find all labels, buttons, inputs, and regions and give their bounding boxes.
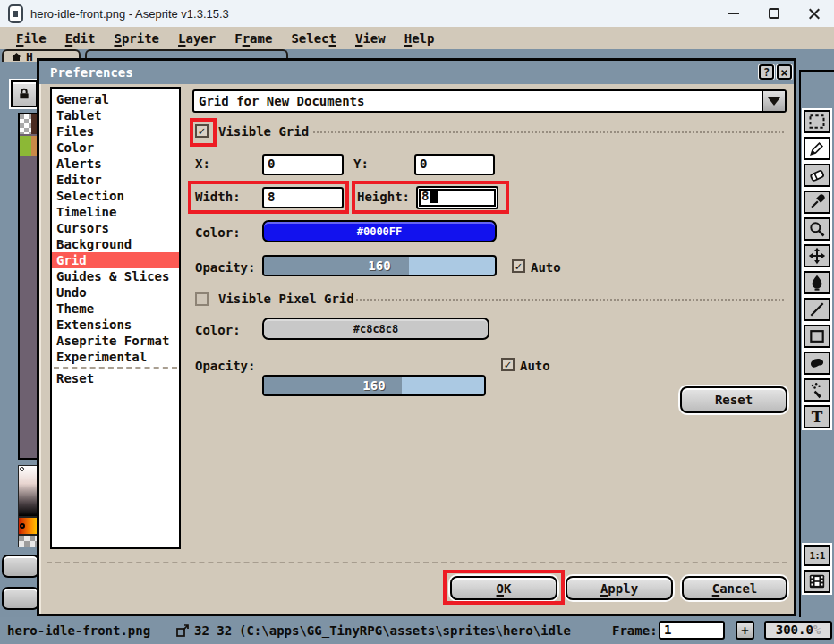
transparent-swatch[interactable]	[20, 114, 31, 134]
move-tool-button[interactable]	[802, 242, 832, 269]
preferences-title-bar[interactable]: Preferences ? ×	[39, 61, 794, 84]
pixel-opacity-slider[interactable]: 160	[262, 375, 486, 396]
visible-grid-checkbox[interactable]: ✓	[195, 124, 208, 138]
sidebar-item-cursors[interactable]: Cursors	[52, 220, 179, 236]
dialog-title: Preferences	[50, 65, 133, 80]
menu-edit[interactable]: Edit	[56, 30, 106, 47]
orange-swatch[interactable]	[31, 136, 38, 156]
menu-file[interactable]: File	[7, 30, 56, 47]
tab-home[interactable]: H	[2, 49, 81, 62]
sidebar-item-guides-slices[interactable]: Guides & Slices	[52, 268, 179, 284]
pixel-opacity-auto-checkbox[interactable]: ✓	[501, 358, 515, 371]
lock-button[interactable]	[11, 80, 38, 107]
sidebar-item-background[interactable]: Background	[52, 236, 179, 252]
paint-bucket-icon	[808, 274, 826, 292]
help-icon: ?	[763, 67, 770, 78]
spray-icon	[808, 381, 826, 399]
blur-blob-icon	[808, 354, 826, 372]
sidebar-item-general[interactable]: General	[52, 91, 179, 107]
reset-button[interactable]: Reset	[680, 386, 787, 413]
green-swatch[interactable]	[20, 136, 31, 156]
grid-width-field[interactable]: 8	[262, 187, 344, 208]
menu-sprite[interactable]: Sprite	[105, 30, 169, 47]
sidebar-item-color[interactable]: Color	[52, 140, 179, 156]
cancel-button[interactable]: Cancel	[682, 576, 787, 600]
sidebar-item-alerts[interactable]: Alerts	[52, 156, 179, 172]
sidebar-item-aseprite-format[interactable]: Aseprite Format	[52, 333, 179, 349]
frame-number-field[interactable]: 1	[659, 621, 725, 640]
magnifier-icon	[808, 220, 826, 238]
timeline-button[interactable]	[802, 568, 832, 595]
sidebar-item-reset[interactable]: Reset	[52, 370, 179, 386]
sidebar-item-extensions[interactable]: Extensions	[52, 317, 179, 333]
zoom-tool-button[interactable]	[802, 216, 832, 242]
sidebar-item-editor[interactable]: Editor	[52, 172, 179, 188]
menu-layer[interactable]: Layer	[169, 30, 226, 47]
rectangular-marquee-tool-button[interactable]	[802, 108, 832, 135]
eraser-tool-button[interactable]	[802, 162, 832, 189]
window-title: hero-idle-front.png - Aseprite v1.3.15.3	[30, 7, 229, 21]
hue-slider[interactable]	[18, 517, 40, 535]
zoom-1-1-button[interactable]: 1:1	[802, 543, 832, 568]
sidebar-item-tablet[interactable]: Tablet	[52, 107, 179, 123]
grid-scope-dropdown[interactable]: Grid for New Documents	[192, 89, 787, 113]
tab-home-label: H	[26, 50, 33, 63]
zoom-level-field[interactable]: 300.0%	[764, 621, 832, 640]
blur-tool-button[interactable]	[802, 350, 832, 377]
menu-help[interactable]: Help	[396, 30, 445, 47]
left-panel-button-1[interactable]	[2, 555, 39, 578]
tab-active-document[interactable]	[85, 49, 288, 62]
grid-color-button[interactable]: #0000FF	[262, 220, 497, 242]
sprite-size-icon	[175, 623, 190, 638]
menu-frame[interactable]: Frame	[226, 30, 282, 47]
dialog-help-button[interactable]: ?	[759, 64, 774, 80]
pixel-color-button[interactable]: #c8c8c8	[262, 318, 489, 340]
gradient-selector-dot	[20, 467, 24, 471]
dialog-close-button[interactable]: ×	[777, 64, 792, 80]
close-button[interactable]	[794, 0, 834, 27]
minimize-button[interactable]	[713, 0, 753, 27]
paint-bucket-tool-button[interactable]	[802, 269, 832, 296]
text-tool-button[interactable]: T	[802, 403, 832, 430]
maximize-button[interactable]	[753, 0, 794, 27]
sidebar-item-timeline[interactable]: Timeline	[52, 204, 179, 220]
brown-swatch[interactable]	[31, 114, 38, 134]
sidebar-item-theme[interactable]: Theme	[52, 301, 179, 317]
minimize-icon	[728, 13, 739, 14]
grid-y-field[interactable]: 0	[414, 154, 495, 175]
visible-pixel-grid-checkbox[interactable]	[195, 292, 208, 306]
chevron-down-icon	[768, 97, 780, 106]
left-panel-button-2[interactable]	[2, 587, 39, 610]
color-gradient-picker[interactable]	[18, 465, 40, 517]
ok-button[interactable]: OK	[450, 576, 557, 600]
sidebar-item-files[interactable]: Files	[52, 123, 179, 140]
add-frame-button[interactable]: +	[736, 621, 754, 640]
x-label: X:	[195, 157, 210, 171]
rectangle-tool-button[interactable]	[802, 323, 832, 350]
grid-opacity-auto-label: Auto	[531, 260, 561, 275]
visible-grid-label: Visible Grid	[218, 124, 309, 139]
menubar: File Edit Sprite Layer Frame Select View…	[0, 27, 834, 49]
sidebar-item-selection[interactable]: Selection	[52, 188, 179, 204]
apply-button[interactable]: Apply	[566, 576, 673, 600]
move-icon	[808, 247, 826, 265]
eyedropper-tool-button[interactable]	[802, 189, 832, 216]
grid-height-field[interactable]: 8	[416, 186, 498, 209]
grid-x-field[interactable]: 0	[262, 154, 344, 175]
film-strip-icon	[808, 573, 826, 589]
pixel-opacity-label: Opacity:	[195, 359, 255, 373]
grid-opacity-slider[interactable]: 160	[262, 255, 497, 276]
sidebar-item-experimental[interactable]: Experimental	[52, 349, 179, 365]
sidebar-item-undo[interactable]: Undo	[52, 284, 179, 301]
menu-view[interactable]: View	[346, 30, 396, 47]
visible-pixel-grid-label: Visible Pixel Grid	[218, 292, 354, 306]
line-tool-button[interactable]	[802, 296, 832, 323]
spray-tool-button[interactable]	[802, 377, 832, 403]
color-palette-panel[interactable]	[18, 113, 40, 460]
pencil-tool-button[interactable]	[802, 135, 832, 162]
grid-opacity-value: 160	[264, 257, 495, 275]
dropdown-arrow-button[interactable]	[762, 91, 785, 111]
sidebar-item-grid[interactable]: Grid	[52, 252, 179, 268]
grid-opacity-auto-checkbox[interactable]: ✓	[512, 259, 525, 273]
menu-select[interactable]: Select	[282, 30, 346, 47]
